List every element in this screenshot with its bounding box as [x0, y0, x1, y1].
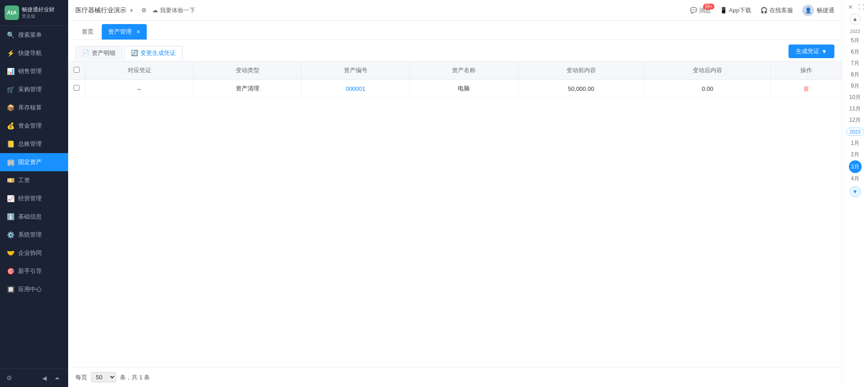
timeline-month-10[interactable]: 10月 — [842, 92, 868, 103]
company-selector[interactable]: 医疗器械行业演示 ▼ — [75, 6, 134, 15]
top-header: 医疗器械行业演示 ▼ ⚙ ☁ 我要体验一下 💬 消息 99+ 📱 App下载 🎧… — [68, 0, 842, 21]
content-area: 📄 资产明细 🔄 变更生成凭证 生成凭证 ▼ — [68, 40, 842, 387]
timeline-month-9[interactable]: 9月 — [842, 80, 868, 92]
row-change-type: 资产清理 — [193, 80, 302, 98]
experience-button[interactable]: ☁ 我要体验一下 — [152, 6, 195, 15]
timeline-month-2[interactable]: 2月 — [842, 149, 868, 160]
sidebar-item-fixed-assets[interactable]: 🏢 固定资产 — [0, 153, 68, 171]
cloud-icon: ☁ — [152, 7, 158, 14]
payroll-icon: 💴 — [6, 176, 15, 184]
right-panel-header: ✕ ⛶ — [842, 0, 868, 12]
sub-tab-asset-detail[interactable]: 📄 资产明细 — [75, 46, 122, 60]
sidebar-item-guide[interactable]: 🎯 新手引导 — [0, 262, 68, 280]
sidebar-scroll-up-btn[interactable] — [53, 373, 62, 382]
quick-nav-icon: ⚡ — [6, 49, 15, 57]
tab-close-icon[interactable]: ✕ — [136, 29, 140, 35]
sidebar: AtA 畅捷通好业财 普及版 🔍 搜索菜单 ⚡ 快捷导航 📊 销售管理 🛒 采购… — [0, 0, 68, 387]
row-asset-code: 000001 — [302, 80, 410, 98]
panel-expand-icon[interactable]: ⛶ — [856, 2, 866, 12]
sidebar-item-label: 系统管理 — [18, 231, 42, 239]
sidebar-item-inventory[interactable]: 📦 库存核算 — [0, 99, 68, 117]
sidebar-nav: 🔍 搜索菜单 ⚡ 快捷导航 📊 销售管理 🛒 采购管理 📦 库存核算 💰 资金管… — [0, 26, 68, 368]
page-size-label: 每页 — [75, 373, 87, 382]
sales-icon: 📊 — [6, 67, 15, 75]
sidebar-item-operations[interactable]: 📈 经营管理 — [0, 189, 68, 208]
asset-table: 对应凭证 变动类型 资产编号 资产名称 变动前内容 — [68, 61, 842, 98]
sidebar-item-cooperation[interactable]: 🤝 企业协同 — [0, 244, 68, 262]
delete-row-button[interactable]: 🗑 — [803, 85, 809, 92]
sidebar-item-ledger[interactable]: 📒 总账管理 — [0, 135, 68, 153]
guide-icon: 🎯 — [6, 267, 15, 275]
dropdown-arrow-icon: ▼ — [821, 48, 827, 55]
app-download-label: App下载 — [729, 6, 751, 15]
settings-bottom-icon[interactable]: ⚙ — [6, 374, 12, 382]
th-action: 操作 — [771, 61, 842, 80]
timeline-month-4[interactable]: 4月 — [842, 173, 868, 184]
timeline-month-5[interactable]: 5月 — [842, 35, 868, 46]
customer-service-action[interactable]: 🎧 在线客服 — [760, 6, 793, 15]
timeline-month-7[interactable]: 7月 — [842, 58, 868, 69]
timeline-month-11[interactable]: 11月 — [842, 103, 868, 114]
avatar: 👤 — [802, 5, 814, 16]
sidebar-item-label: 销售管理 — [18, 67, 42, 75]
total-label: 条，共 1 条 — [120, 373, 150, 382]
timeline: ▲ 2023 5月 6月 7月 8月 9月 10月 11月 12月 2023 1… — [842, 12, 868, 387]
sidebar-item-system[interactable]: ⚙️ 系统管理 — [0, 226, 68, 244]
headset-icon: 🎧 — [760, 7, 768, 14]
sub-tab-change-voucher[interactable]: 🔄 变更生成凭证 — [124, 46, 183, 60]
sub-tab-asset-detail-label: 资产明细 — [92, 49, 115, 57]
logo-area: AtA 畅捷通好业财 普及版 — [0, 0, 68, 26]
user-action[interactable]: 👤 畅捷通 — [802, 5, 834, 16]
messages-action[interactable]: 💬 消息 99+ — [690, 6, 711, 15]
sidebar-item-purchase[interactable]: 🛒 采购管理 — [0, 80, 68, 99]
timeline-down-nav[interactable]: ▼ — [850, 186, 861, 197]
timeline-month-12[interactable]: 12月 — [842, 114, 868, 126]
sidebar-item-search[interactable]: 🔍 搜索菜单 — [0, 26, 68, 44]
sidebar-item-quick-nav[interactable]: ⚡ 快捷导航 — [0, 44, 68, 62]
th-asset-code: 资产编号 — [302, 61, 410, 80]
sidebar-item-apps[interactable]: 🔲 应用中心 — [0, 280, 68, 298]
th-checkbox — [68, 61, 85, 80]
sidebar-item-funds[interactable]: 💰 资金管理 — [0, 117, 68, 135]
sidebar-item-label: 库存核算 — [18, 104, 42, 112]
sidebar-item-label: 企业协同 — [18, 249, 42, 257]
search-icon: 🔍 — [6, 31, 15, 39]
sidebar-item-sales[interactable]: 📊 销售管理 — [0, 62, 68, 80]
basic-info-icon: ℹ️ — [6, 213, 15, 221]
sidebar-item-label: 资金管理 — [18, 122, 42, 130]
sidebar-item-basic-info[interactable]: ℹ️ 基础信息 — [0, 208, 68, 226]
table-footer: 每页 10 20 50 100 条，共 1 条 — [68, 367, 842, 387]
header-right: 💬 消息 99+ 📱 App下载 🎧 在线客服 👤 畅捷通 — [690, 5, 834, 16]
timeline-month-1[interactable]: 1月 — [842, 138, 868, 149]
select-all-checkbox[interactable] — [74, 67, 79, 73]
sidebar-item-label: 新手引导 — [18, 267, 42, 275]
app-download-action[interactable]: 📱 App下载 — [720, 6, 751, 15]
logo-text: 畅捷通好业财 普及版 — [22, 6, 55, 20]
tab-home[interactable]: 首页 — [75, 24, 100, 40]
logo-icon: AtA — [5, 5, 19, 20]
row-checkbox[interactable] — [74, 85, 79, 91]
timeline-month-8[interactable]: 8月 — [842, 69, 868, 80]
sidebar-item-label: 工资 — [18, 176, 30, 184]
company-settings-icon[interactable]: ⚙ — [141, 7, 147, 14]
page-size-select[interactable]: 10 20 50 100 — [91, 372, 116, 382]
timeline-year-2023-top: 2023 — [850, 26, 860, 35]
company-name: 医疗器械行业演示 — [75, 6, 126, 15]
main-area: 医疗器械行业演示 ▼ ⚙ ☁ 我要体验一下 💬 消息 99+ 📱 App下载 🎧… — [68, 0, 842, 387]
generate-voucher-button[interactable]: 生成凭证 ▼ — [789, 45, 834, 58]
row-checkbox-cell — [68, 80, 85, 98]
timeline-up-nav[interactable]: ▲ — [850, 14, 861, 25]
th-change-type: 变动类型 — [193, 61, 302, 80]
tab-home-label: 首页 — [82, 28, 94, 35]
timeline-month-6[interactable]: 6月 — [842, 46, 868, 58]
timeline-year-active[interactable]: 2023 — [846, 128, 863, 136]
sidebar-item-payroll[interactable]: 💴 工资 — [0, 171, 68, 189]
sidebar-collapse-btn[interactable]: ◀ — [40, 373, 49, 382]
sidebar-item-label: 采购管理 — [18, 85, 42, 94]
purchase-icon: 🛒 — [6, 85, 15, 94]
sidebar-item-label: 基础信息 — [18, 213, 42, 221]
sidebar-item-label: 固定资产 — [18, 158, 42, 166]
panel-close-icon[interactable]: ✕ — [845, 2, 855, 12]
timeline-month-3-active[interactable]: 3月 — [849, 160, 862, 173]
tab-asset-mgmt[interactable]: 资产管理 ✕ — [102, 24, 147, 40]
